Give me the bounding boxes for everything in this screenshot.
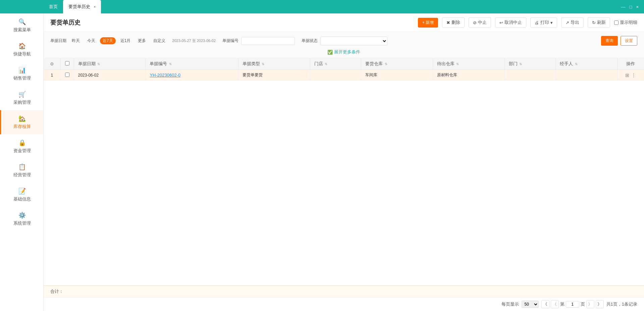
doc-no-input[interactable] xyxy=(241,37,295,45)
th-doc-date[interactable]: 单据日期 ⇅ xyxy=(74,58,146,70)
display-detail-label: 显示明细 xyxy=(620,19,637,26)
gear-icon[interactable]: ⚙ xyxy=(50,61,54,66)
th-ops-label: 操作 xyxy=(626,61,635,66)
window-maximize[interactable]: □ xyxy=(630,4,632,9)
top-bar: 首页 要货单历史 × — □ × xyxy=(0,0,644,13)
th-doc-date-label: 单据日期 xyxy=(78,61,96,66)
th-dept-label: 部门 xyxy=(509,61,518,66)
sidebar-item-inventory-calc[interactable]: 🏡 库存核算 xyxy=(0,110,43,134)
date-tab-7days[interactable]: 近7天 xyxy=(100,37,116,44)
filter-row: 单据日期 昨天 今天 近7天 近1月 更多 自定义 2023-05-27 至 2… xyxy=(50,36,637,46)
sort-doc-date-icon: ⇅ xyxy=(97,62,100,66)
sidebar-item-ops-mgmt[interactable]: 📋 经营管理 xyxy=(0,159,43,183)
new-button[interactable]: + 新增 xyxy=(418,18,438,28)
table-footer: 合计： xyxy=(44,285,644,297)
cancel-stop-button[interactable]: ↩ 取消中止 xyxy=(495,17,526,28)
display-detail-checkbox[interactable] xyxy=(614,20,619,25)
sidebar-item-system-mgmt[interactable]: ⚙️ 系统管理 xyxy=(0,207,43,231)
th-pending-warehouse-label: 待出仓库 xyxy=(437,61,454,66)
sidebar-item-sales-mgmt[interactable]: 📊 销售管理 xyxy=(0,62,43,86)
first-page-btn[interactable]: 《 xyxy=(541,300,549,308)
th-dept[interactable]: 部门 ⇅ xyxy=(505,58,556,70)
delete-label: 删除 xyxy=(451,19,460,26)
window-close[interactable]: × xyxy=(636,4,639,9)
date-tab-yesterday[interactable]: 昨天 xyxy=(69,37,83,44)
th-handler[interactable]: 经手人 ⇅ xyxy=(556,58,617,70)
page-input[interactable] xyxy=(566,301,579,308)
prev-page-btn[interactable]: 〈 xyxy=(551,300,559,308)
top-right-controls: — □ × xyxy=(621,4,644,9)
more-icon[interactable]: ⋮ xyxy=(631,73,636,78)
th-gear[interactable]: ⚙ xyxy=(44,58,60,70)
last-page-btn[interactable]: 》 xyxy=(596,300,604,308)
row-doc-no[interactable]: YH-20230602-0 xyxy=(146,70,238,81)
sidebar-item-basic-info-label: 基础信息 xyxy=(13,196,31,202)
total-label: 合计： xyxy=(50,289,63,294)
tab-requisition-history[interactable]: 要货单历史 × xyxy=(63,0,101,13)
row-check[interactable] xyxy=(60,70,74,81)
sidebar-item-search-menu[interactable]: 🔍 搜索菜单 xyxy=(0,13,43,38)
doc-no-link[interactable]: YH-20230602-0 xyxy=(150,73,180,78)
date-tabs: 昨天 今天 近7天 近1月 更多 自定义 xyxy=(69,37,168,44)
window-minimize[interactable]: — xyxy=(621,4,626,9)
table-header-row: ⚙ 单据日期 ⇅ 单据编号 ⇅ xyxy=(44,58,644,70)
th-req-warehouse[interactable]: 要货仓库 ⇅ xyxy=(361,58,433,70)
print-button[interactable]: 🖨 打印 ▾ xyxy=(530,17,557,28)
row-pending-warehouse: 原材料仓库 xyxy=(433,70,505,81)
date-tab-custom[interactable]: 自定义 xyxy=(151,37,168,44)
expand-row: ✅ 展开更多条件 xyxy=(50,47,637,55)
table-row: 1 2023-06-02 YH-20230602-0 要货单要货 车间库 原材料… xyxy=(44,70,644,81)
expand-down-icon: ✅ xyxy=(327,50,333,55)
sidebar-item-finance-mgmt[interactable]: 🔒 资金管理 xyxy=(0,134,43,159)
sidebar-item-quick-nav-label: 快捷导航 xyxy=(13,51,31,57)
export-icon: ↗ xyxy=(566,20,569,25)
row-op-icons: ⊞ ⋮ xyxy=(622,73,640,78)
row-checkbox[interactable] xyxy=(65,73,69,77)
next-page-btn[interactable]: 〉 xyxy=(586,300,594,308)
expand-more-button[interactable]: ✅ 展开更多条件 xyxy=(327,49,360,55)
th-doc-type-label: 单据类型 xyxy=(243,61,260,66)
display-detail-toggle[interactable]: 显示明细 xyxy=(614,19,637,26)
delete-button[interactable]: ✖ 删除 xyxy=(442,17,465,28)
date-tab-more[interactable]: 更多 xyxy=(135,37,149,44)
basic-info-icon: 📝 xyxy=(18,187,26,195)
th-doc-type[interactable]: 单据类型 ⇅ xyxy=(238,58,310,70)
date-tab-1month[interactable]: 近1月 xyxy=(118,37,133,44)
per-page-select[interactable]: 50 10 20 100 xyxy=(522,301,539,308)
refresh-button[interactable]: ↻ 刷新 xyxy=(588,17,610,28)
row-handler xyxy=(556,70,617,81)
date-range-display: 2023-05-27 至 2023-06-02 xyxy=(172,38,216,43)
status-filter-group: 单据状态 xyxy=(302,37,387,45)
th-store[interactable]: 门店 ⇅ xyxy=(310,58,361,70)
stop-button[interactable]: ⊘ 中止 xyxy=(469,17,491,28)
th-check xyxy=(60,58,74,70)
delete-icon: ✖ xyxy=(446,20,450,25)
select-all-checkbox[interactable] xyxy=(65,61,69,65)
row-dept xyxy=(505,70,556,81)
status-select[interactable] xyxy=(320,37,387,45)
filter-area: 单据日期 昨天 今天 近7天 近1月 更多 自定义 2023-05-27 至 2… xyxy=(44,32,644,58)
tab-home[interactable]: 首页 xyxy=(44,0,63,13)
sort-handler-icon: ⇅ xyxy=(575,62,578,66)
stop-label: 中止 xyxy=(478,19,487,26)
tab-close-icon[interactable]: × xyxy=(94,5,96,9)
settings-button[interactable]: 设置 xyxy=(621,36,637,46)
th-doc-no[interactable]: 单据编号 ⇅ xyxy=(146,58,238,70)
finance-mgmt-icon: 🔒 xyxy=(18,139,26,146)
view-icon[interactable]: ⊞ xyxy=(625,73,629,78)
row-req-warehouse: 车间库 xyxy=(361,70,433,81)
th-req-warehouse-label: 要货仓库 xyxy=(365,61,383,66)
sort-doc-type-icon: ⇅ xyxy=(262,62,264,66)
print-label: 打印 xyxy=(540,19,549,26)
cancel-stop-label: 取消中止 xyxy=(504,19,522,26)
sidebar-item-purchase-mgmt[interactable]: 🛒 采购管理 xyxy=(0,86,43,110)
export-button[interactable]: ↗ 导出 xyxy=(561,17,584,28)
date-tab-today[interactable]: 今天 xyxy=(85,37,98,44)
inventory-calc-icon: 🏡 xyxy=(18,115,26,122)
sidebar-item-basic-info[interactable]: 📝 基础信息 xyxy=(0,183,43,207)
th-doc-no-label: 单据编号 xyxy=(150,61,167,66)
query-button[interactable]: 查询 xyxy=(601,36,618,46)
sidebar-item-search-menu-label: 搜索菜单 xyxy=(13,27,31,33)
sidebar-item-quick-nav[interactable]: 🏠 快捷导航 xyxy=(0,38,43,62)
th-pending-warehouse[interactable]: 待出仓库 ⇅ xyxy=(433,58,505,70)
